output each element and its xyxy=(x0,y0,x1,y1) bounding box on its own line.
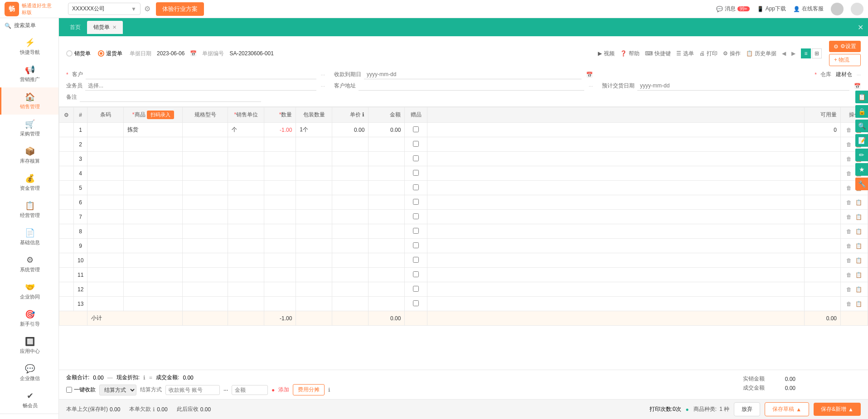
row-spec[interactable] xyxy=(183,239,228,253)
expected-date-input[interactable] xyxy=(637,81,849,91)
row-barcode[interactable] xyxy=(87,253,124,268)
row-pkgqty[interactable] xyxy=(296,253,332,268)
delete-icon[interactable]: 🗑 xyxy=(846,286,852,293)
row-gift[interactable] xyxy=(405,297,427,311)
delete-icon[interactable]: 🗑 xyxy=(846,185,852,191)
row-gift[interactable] xyxy=(405,195,427,210)
row-settings[interactable] xyxy=(59,297,74,311)
row-barcode[interactable] xyxy=(87,195,124,210)
row-barcode[interactable] xyxy=(87,224,124,239)
sidebar-item-finance[interactable]: 💰 资金管理 xyxy=(0,169,58,196)
trial-button[interactable]: 体验行业方案 xyxy=(156,2,204,16)
row-spec[interactable] xyxy=(183,268,228,282)
payment-due-input[interactable] xyxy=(364,70,582,79)
row-amount[interactable] xyxy=(369,253,405,268)
save-new-button[interactable]: 保存&新增 ▲ xyxy=(814,403,861,416)
row-pkgqty[interactable] xyxy=(296,239,332,253)
radio-return[interactable]: 退货单 xyxy=(98,50,122,58)
row-gift[interactable] xyxy=(405,253,427,268)
row-settings[interactable] xyxy=(59,195,74,210)
row-amount[interactable] xyxy=(369,224,405,239)
row-product[interactable] xyxy=(124,166,183,181)
row-gift[interactable] xyxy=(405,181,427,195)
delete-icon[interactable]: 🗑 xyxy=(846,257,852,264)
row-spec[interactable] xyxy=(183,210,228,224)
th-settings[interactable]: ⚙ xyxy=(59,107,74,123)
tab-home[interactable]: 首页 xyxy=(63,21,87,34)
payment-due-calendar-icon[interactable]: 📅 xyxy=(586,72,593,78)
row-settings[interactable] xyxy=(59,152,74,166)
row-product[interactable] xyxy=(124,137,183,152)
row-price[interactable] xyxy=(332,152,369,166)
rf-btn-4[interactable]: 📝 xyxy=(855,134,868,147)
sidebar-item-operations[interactable]: 📋 经营管理 xyxy=(0,196,58,223)
row-spec[interactable] xyxy=(183,123,228,137)
expected-date-calendar-icon[interactable]: 📅 xyxy=(854,83,861,89)
row-amount[interactable] xyxy=(369,152,405,166)
row-price[interactable] xyxy=(332,181,369,195)
customer-addr-more-icon[interactable]: ··· xyxy=(589,83,593,89)
row-product[interactable] xyxy=(124,195,183,210)
salesperson-more-icon[interactable]: ··· xyxy=(321,83,325,89)
fee-info-icon[interactable]: ℹ xyxy=(328,387,330,393)
delete-icon[interactable]: 🗑 xyxy=(846,214,852,220)
row-barcode[interactable] xyxy=(87,210,124,224)
row-gift[interactable] xyxy=(405,239,427,253)
help-btn[interactable]: ❓ 帮助 xyxy=(620,50,640,58)
row-spec[interactable] xyxy=(183,253,228,268)
row-unit[interactable] xyxy=(228,137,264,152)
avatar[interactable] xyxy=(831,3,844,15)
print-btn[interactable]: 🖨 打印 xyxy=(699,50,718,58)
rf-btn-3[interactable]: 🔍 xyxy=(855,120,868,132)
copy-icon[interactable]: 📋 xyxy=(855,301,862,307)
row-product[interactable] xyxy=(124,210,183,224)
row-product[interactable] xyxy=(124,282,183,297)
row-unit[interactable] xyxy=(228,224,264,239)
row-barcode[interactable] xyxy=(87,123,124,137)
customer-addr-input[interactable] xyxy=(359,81,584,91)
row-settings[interactable] xyxy=(59,253,74,268)
sidebar-item-quick-nav[interactable]: ⚡ 快捷导航 xyxy=(0,33,58,60)
row-qty[interactable] xyxy=(264,268,296,282)
row-qty[interactable]: -1.00 xyxy=(264,123,296,137)
remarks-input[interactable] xyxy=(80,92,261,102)
sidebar-search[interactable]: 🔍 搜索菜单 xyxy=(0,18,58,33)
messages-button[interactable]: 💬 消息 99+ xyxy=(716,5,750,13)
sidebar-item-system[interactable]: ⚙ 系统管理 xyxy=(0,250,58,278)
row-settings[interactable] xyxy=(59,282,74,297)
online-service-button[interactable]: 👤 在线客服 xyxy=(793,5,824,13)
row-gift[interactable] xyxy=(405,210,427,224)
delete-icon[interactable]: 🗑 xyxy=(846,141,852,148)
company-selector[interactable]: XXXXXX公司 ▼ xyxy=(68,3,141,15)
row-spec[interactable] xyxy=(183,297,228,311)
row-gift[interactable] xyxy=(405,152,427,166)
row-amount[interactable] xyxy=(369,166,405,181)
row-pkgqty[interactable] xyxy=(296,224,332,239)
row-qty[interactable] xyxy=(264,224,296,239)
delete-icon[interactable]: 🗑 xyxy=(846,199,852,206)
salesperson-input[interactable] xyxy=(85,81,316,91)
row-barcode[interactable] xyxy=(87,152,124,166)
row-spec[interactable] xyxy=(183,152,228,166)
row-unit[interactable] xyxy=(228,195,264,210)
radio-sales[interactable]: 销货单 xyxy=(66,50,91,58)
row-qty[interactable] xyxy=(264,253,296,268)
row-qty[interactable] xyxy=(264,166,296,181)
operations-btn[interactable]: ⚙ 操作 xyxy=(723,50,741,58)
row-barcode[interactable] xyxy=(87,181,124,195)
delete-icon[interactable]: 🗑 xyxy=(846,170,852,177)
row-gift[interactable] xyxy=(405,123,427,137)
row-spec[interactable] xyxy=(183,181,228,195)
list-view-btn[interactable]: ≡ xyxy=(801,48,811,58)
row-price[interactable] xyxy=(332,137,369,152)
row-price[interactable] xyxy=(332,210,369,224)
tab-sales-order[interactable]: 销货单 ✕ xyxy=(87,21,123,34)
sidebar-item-apps[interactable]: 🔲 应用中心 xyxy=(0,332,58,359)
nav-next-icon[interactable]: ▶ xyxy=(791,50,795,57)
row-pkgqty[interactable] xyxy=(296,166,332,181)
row-price[interactable] xyxy=(332,224,369,239)
row-gift[interactable] xyxy=(405,137,427,152)
sidebar-item-sales[interactable]: 🏠 销售管理 xyxy=(0,87,58,115)
doc-owe2-info-icon[interactable]: ℹ xyxy=(153,406,155,413)
video-btn[interactable]: ▶ 视频 xyxy=(598,50,615,58)
